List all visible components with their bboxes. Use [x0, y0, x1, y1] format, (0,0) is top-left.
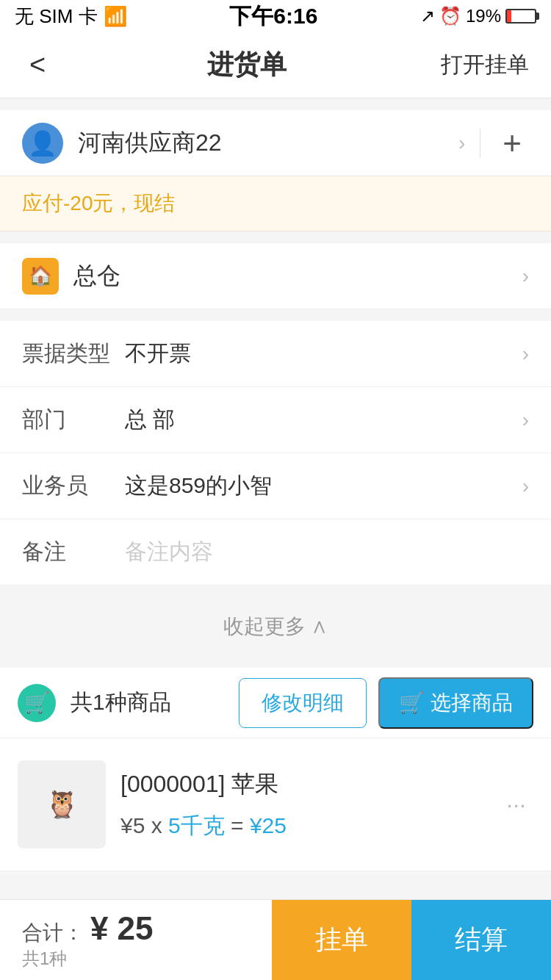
status-carrier: 无 SIM 卡 📶	[15, 4, 127, 29]
open-pending-button[interactable]: 打开挂单	[441, 50, 529, 80]
total-section: 合计： ¥ 25 共1种	[0, 910, 272, 970]
supplier-row[interactable]: 👤 河南供应商22 › +	[0, 110, 551, 176]
products-header: 🛒 共1种商品 修改明细 🛒 选择商品	[0, 668, 551, 738]
remark-placeholder: 备注内容	[110, 537, 529, 567]
product-name: [0000001] 苹果	[120, 768, 499, 801]
chevron-right-icon: ›	[522, 475, 529, 498]
status-time: 下午6:16	[229, 1, 317, 32]
product-info: [0000001] 苹果 ¥5 x 5千克 = ¥25	[120, 768, 499, 841]
price-total: ¥25	[250, 813, 287, 837]
remark-row[interactable]: 备注 备注内容	[0, 519, 551, 586]
battery-icon	[505, 9, 536, 24]
add-button[interactable]: +	[495, 125, 529, 162]
price-quantity: 5千克	[168, 813, 225, 837]
edit-details-button[interactable]: 修改明细	[239, 678, 367, 728]
alarm-icon: ⏰	[439, 6, 461, 26]
product-price: ¥5 x 5千克 = ¥25	[120, 811, 499, 841]
department-label: 部门	[22, 405, 110, 435]
page-title: 进货单	[207, 47, 287, 83]
supplier-alert: 应付-20元，现结	[0, 176, 551, 231]
collapse-row[interactable]: 收起更多 ∧	[0, 597, 551, 656]
salesperson-row[interactable]: 业务员 这是859的小智 ›	[0, 453, 551, 519]
nav-bar: < 进货单 打开挂单	[0, 32, 551, 98]
warehouse-row[interactable]: 🏠 总仓 ›	[0, 243, 551, 309]
product-more-button[interactable]: ···	[499, 791, 533, 818]
salesperson-label: 业务员	[22, 471, 110, 501]
warehouse-icon: 🏠	[22, 258, 59, 295]
status-right: ↗ ⏰ 19%	[420, 6, 536, 26]
divider	[480, 129, 480, 158]
chevron-right-icon: ›	[522, 408, 529, 432]
invoice-type-value: 不开票	[110, 339, 515, 369]
product-count-icon: 🛒	[18, 684, 56, 722]
collapse-label: 收起更多 ∧	[223, 613, 328, 641]
products-section: 🛒 共1种商品 修改明细 🛒 选择商品 🦉 [0000001] 苹果 ¥5 x …	[0, 668, 551, 871]
bottom-bar: 合计： ¥ 25 共1种 挂单 结算	[0, 899, 551, 980]
product-thumbnail: 🦉	[18, 760, 106, 849]
total-row: 合计： ¥ 25	[22, 910, 250, 947]
status-bar: 无 SIM 卡 📶 下午6:16 ↗ ⏰ 19%	[0, 0, 551, 32]
total-amount: ¥ 25	[90, 910, 154, 946]
product-item: 🦉 [0000001] 苹果 ¥5 x 5千克 = ¥25 ···	[0, 738, 551, 871]
hang-order-button[interactable]: 挂单	[272, 900, 411, 981]
back-button[interactable]: <	[22, 42, 53, 88]
supplier-section: 👤 河南供应商22 › + 应付-20元，现结	[0, 110, 551, 231]
price-base: ¥5 x	[120, 813, 168, 837]
chevron-right-icon: ›	[522, 264, 529, 288]
location-icon: ↗	[420, 6, 435, 26]
form-section: 票据类型 不开票 › 部门 总 部 › 业务员 这是859的小智 › 备注 备注…	[0, 321, 551, 586]
warehouse-section: 🏠 总仓 ›	[0, 243, 551, 309]
supplier-name: 河南供应商22	[78, 127, 451, 159]
department-value: 总 部	[110, 405, 515, 435]
total-label: 合计：	[22, 921, 84, 944]
product-count-text: 共1种商品	[71, 688, 239, 718]
invoice-type-label: 票据类型	[22, 339, 110, 369]
cart-icon: 🛒	[399, 691, 425, 715]
checkout-button[interactable]: 结算	[411, 900, 551, 981]
chevron-right-icon: ›	[458, 131, 465, 155]
warehouse-name: 总仓	[73, 260, 515, 292]
total-count: 共1种	[22, 947, 250, 970]
salesperson-value: 这是859的小智	[110, 471, 515, 501]
chevron-right-icon: ›	[522, 342, 529, 366]
supplier-avatar: 👤	[22, 123, 63, 164]
price-equals: =	[231, 813, 250, 837]
remark-label: 备注	[22, 537, 110, 567]
select-product-button[interactable]: 🛒 选择商品	[378, 677, 533, 729]
department-row[interactable]: 部门 总 部 ›	[0, 387, 551, 453]
invoice-type-row[interactable]: 票据类型 不开票 ›	[0, 321, 551, 387]
